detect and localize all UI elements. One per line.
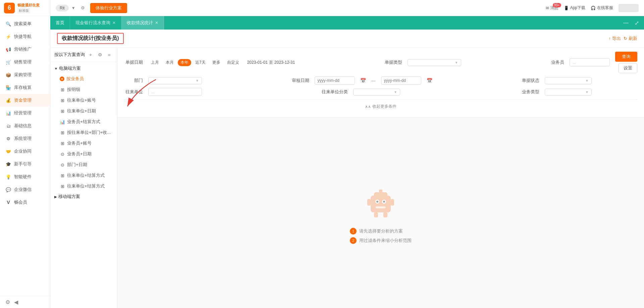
scheme-item-salesperson-date[interactable]: ⊙ 业务员+日期 [50, 149, 117, 159]
sidebar-item-guide[interactable]: 🎓 新手引导 [0, 158, 50, 170]
tab-home[interactable]: 首页 [50, 16, 70, 30]
date-tab-last-month[interactable]: 上月 [148, 59, 162, 66]
collapse-sidebar-icon[interactable]: ◀ [14, 299, 18, 305]
sidebar-item-sales[interactable]: 🛒 销售管理 [0, 56, 50, 68]
tab-collection[interactable]: 收款情况统计 ✕ [121, 16, 164, 30]
logo-text: 畅捷通好生意 标准版 [17, 3, 40, 13]
scheme-item-salesperson-settle[interactable]: 📊 业务员+结算方式 [50, 116, 117, 127]
calendar-to-icon[interactable]: 📅 [427, 78, 432, 83]
sidebar-item-base[interactable]: 🗂 基础信息 [0, 119, 50, 132]
messages-button[interactable]: ✉ 消息 99+ [546, 5, 558, 11]
sidebar-item-inventory[interactable]: 🏪 库存核算 [0, 81, 50, 94]
page-title: 收款情况统计(按业务员) [62, 35, 119, 41]
sidebar-item-wechat[interactable]: 💬 企业微信 [0, 183, 50, 196]
inventory-icon: 🏪 [5, 85, 11, 91]
tab-collection-close[interactable]: ✕ [155, 20, 158, 25]
scheme-item-unit-date[interactable]: ⊞ 往来单位+日期 [50, 106, 117, 116]
topbar-right: ✉ 消息 99+ 📱 App下载 🎧 在线客服 [546, 4, 639, 12]
scheme-item-dept-date[interactable]: ⊙ 部门+日期 [50, 159, 117, 170]
topbar-settings-icon[interactable]: ⚙ [78, 3, 88, 13]
download-icon: 📱 [564, 6, 569, 10]
tab-actions: — ⤢ [621, 18, 644, 28]
dept-arrow-icon: ▼ [196, 79, 199, 83]
counterpart-class-select[interactable]: ▼ [353, 89, 400, 96]
counterpart-select[interactable]: ... [148, 88, 202, 96]
scheme-group-pc-title[interactable]: ▼ 电脑端方案 [50, 63, 117, 73]
svg-rect-10 [383, 212, 387, 217]
sidebar-item-quicknav[interactable]: ⚡ 快捷导航 [0, 30, 50, 43]
voucher-status-select[interactable]: ▼ [545, 77, 592, 84]
unit-dept-icon: ⊞ [60, 130, 65, 135]
refresh-button[interactable]: ↻ 刷新 [624, 36, 637, 42]
scheme-item-salesperson-account[interactable]: ⊞ 业务员+账号 [50, 138, 117, 149]
scheme-item-unit-account[interactable]: ⊞ 往来单位+账号 [50, 95, 117, 106]
scheme-item-unit-settle1[interactable]: ⊞ 往来单位+结算方式 [50, 170, 117, 181]
dept-select[interactable]: ▼ [148, 77, 202, 84]
sidebar-item-system[interactable]: ⚙ 系统管理 [0, 132, 50, 145]
review-date-from-input[interactable] [315, 76, 355, 85]
system-icon: ⚙ [5, 136, 11, 142]
scheme-item-unit-settle2[interactable]: ⊞ 往来单位+结算方式 [50, 181, 117, 192]
review-date-to-input[interactable] [381, 76, 421, 85]
date-tab-this-year[interactable]: 本年 [178, 59, 191, 66]
review-date-label: 审核日期 [289, 78, 309, 84]
scheme-item-unit-dept-collect[interactable]: ⊞ 按往来单位+部门+收... [50, 127, 117, 138]
settings-bottom-icon[interactable]: ⚙ [5, 299, 10, 305]
scheme-item-by-salesperson[interactable]: ● 按业务员 [50, 73, 117, 84]
scheme-group-pc: ▼ 电脑端方案 ● 按业务员 ⊞ 按明细 [50, 63, 117, 192]
add-scheme-button[interactable]: + [87, 51, 94, 58]
dept-label: 部门 [124, 78, 143, 84]
salesperson-account-icon: ⊞ [60, 141, 65, 146]
export-button[interactable]: ↑ 导出 [609, 36, 621, 42]
date-tab-7days[interactable]: 近7天 [193, 59, 208, 66]
trial-button[interactable]: 体验行业方案 [90, 3, 127, 13]
guide-icon: 🎓 [5, 161, 11, 167]
sidebar-item-purchase[interactable]: 📦 采购管理 [0, 68, 50, 81]
query-button[interactable]: 查询 [615, 52, 637, 62]
sidebar-item-hardware[interactable]: 💡 智能硬件 [0, 170, 50, 183]
tabbar: 首页 现金银行流水查询 ✕ 收款情况统计 ✕ — ⤢ [50, 16, 644, 30]
sidebar-item-search[interactable]: 🔍 搜索菜单 [0, 17, 50, 30]
tab-bank-close[interactable]: ✕ [112, 20, 116, 25]
logo-area: 6 畅捷通好生意 标准版 [0, 0, 50, 16]
quicknav-icon: ⚡ [5, 34, 11, 40]
salesperson-select[interactable]: ... [570, 58, 610, 66]
setting-button[interactable]: 设置 [619, 63, 637, 73]
svg-rect-9 [374, 212, 378, 217]
page-title-box: 收款情况统计(按业务员) [57, 33, 124, 44]
date-tab-more[interactable]: 更多 [210, 59, 223, 66]
right-panel: 单据日期 上月 本月 本年 近7天 更多 自定义 2023-01-01 至 [117, 48, 644, 308]
sidebar-item-marketing[interactable]: 📢 营销推广 [0, 43, 50, 56]
sidebar-item-operations[interactable]: 📊 经营管理 [0, 107, 50, 119]
business-type-select[interactable]: ▼ [545, 89, 592, 96]
date-tab-custom[interactable]: 自定义 [224, 59, 242, 66]
svg-rect-8 [391, 199, 394, 206]
scheme-group-mobile-title[interactable]: ▶ 移动端方案 [50, 192, 117, 202]
sidebar-item-member[interactable]: V 畅会员 [0, 196, 50, 209]
collapse-panel-icon[interactable]: « [106, 51, 113, 58]
svg-rect-1 [374, 192, 387, 199]
sidebar-item-finance[interactable]: 💰 资金管理 [0, 94, 50, 107]
unit-date-icon: ⊞ [60, 108, 65, 114]
salesperson-date-icon: ⊙ [60, 151, 65, 157]
scheme-list: ▼ 电脑端方案 ● 按业务员 ⊞ 按明细 [50, 62, 117, 308]
online-service-button[interactable]: 🎧 在线客服 [591, 5, 613, 11]
tab-bank[interactable]: 现金银行流水查询 ✕ [70, 16, 121, 30]
date-tab-this-month[interactable]: 本月 [163, 59, 176, 66]
voucher-type-select[interactable]: ▼ [408, 59, 461, 66]
base-icon: 🗂 [5, 123, 11, 129]
date-from: 2023-01-01 [247, 60, 268, 65]
app-download-button[interactable]: 📱 App下载 [564, 5, 585, 11]
topbar-dropdown-icon[interactable]: ▼ [71, 6, 75, 10]
collapse-button[interactable]: ∧∧ 收起更多条件 [363, 102, 398, 111]
unit-settle2-icon: ⊞ [60, 184, 65, 189]
sidebar: 6 畅捷通好生意 标准版 🔍 搜索菜单 ⚡ 快捷导航 📢 营销推广 🛒 销售管理… [0, 0, 50, 308]
empty-illustration [361, 182, 401, 222]
tab-expand-icon[interactable]: ⤢ [632, 18, 641, 28]
calendar-from-icon[interactable]: 📅 [360, 78, 366, 83]
message-icon: ✉ [546, 6, 549, 10]
tab-minimize-icon[interactable]: — [621, 18, 631, 28]
scheme-item-by-detail[interactable]: ⊞ 按明细 [50, 84, 117, 95]
sidebar-item-enterprise[interactable]: 🤝 企业协同 [0, 145, 50, 158]
scheme-settings-icon[interactable]: ⚙ [96, 51, 104, 58]
